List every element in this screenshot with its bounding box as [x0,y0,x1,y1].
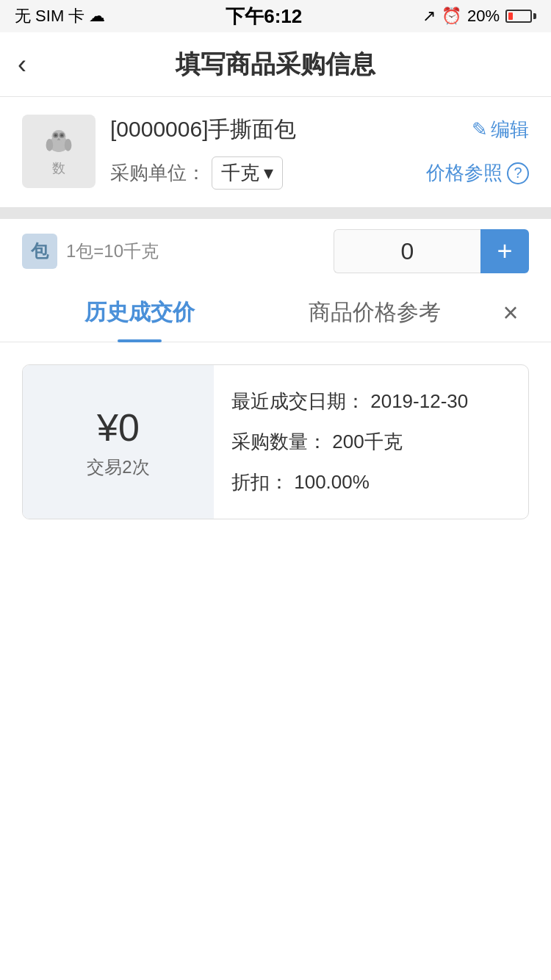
alarm-icon: ⏰ [442,7,461,26]
nav-bar: ‹ 填写商品采购信息 [0,32,551,97]
price-ref-button[interactable]: 价格参照 ? [426,160,529,186]
tabs-row: 历史成交价 商品价格参考 × [0,284,551,342]
back-icon: ‹ [18,49,26,80]
history-trade-count: 交易2次 [87,455,149,479]
edit-button[interactable]: ✎ 编辑 [472,117,529,143]
product-thumb-label: 数 [52,159,65,177]
purchase-qty-row: 采购数量： 200千克 [231,428,511,456]
recent-date-value: 2019-12-30 [370,390,468,412]
recent-date-row: 最近成交日期： 2019-12-30 [231,387,511,416]
unit-label: 采购单位： 千克 ▾ [110,156,283,190]
unit-value: 千克 [221,160,259,186]
purchase-qty-value: 200千克 [332,430,402,453]
location-icon: ↗ [422,7,436,26]
discount-value: 100.00% [294,471,370,493]
discount-label: 折扣： [231,471,289,493]
edit-label: 编辑 [491,117,529,143]
quantity-input[interactable]: 0 [334,229,480,273]
bottom-panel: 历史成交价 商品价格参考 × ¥0 交易2次 最近成交日期： 2019-12-3… [0,284,551,980]
tab-active-indicator [118,339,162,342]
product-name: [0000006]手撕面包 [110,115,296,145]
section-divider [0,207,551,219]
edit-icon: ✎ [472,118,488,141]
battery-percent: 20% [467,7,500,26]
unit-conversion: 1包=10千克 [66,239,159,263]
status-left: 无 SIM 卡 ☁ [15,5,105,27]
status-right: ↗ ⏰ 20% [422,7,536,26]
product-info: [0000006]手撕面包 ✎ 编辑 采购单位： 千克 ▾ 价格参照 ? [110,115,529,190]
quantity-controls: 0 + [334,229,529,273]
discount-row: 折扣： 100.00% [231,468,511,497]
status-bar: 无 SIM 卡 ☁ 下午6:12 ↗ ⏰ 20% [0,0,551,32]
price-ref-label: 价格参照 [426,160,503,186]
svg-point-8 [65,139,72,151]
svg-point-4 [54,134,57,137]
close-button[interactable]: × [492,295,529,331]
tab-price-ref-label: 商品价格参考 [309,298,441,328]
quantity-row: 包 1包=10千克 0 + [0,219,551,284]
product-thumbnail: 数 [22,115,96,188]
dropdown-chevron-icon: ▾ [264,162,273,184]
unit-badge: 包 [22,234,57,269]
product-logo [33,126,84,156]
sim-signal-text: 无 SIM 卡 ☁ [15,5,105,27]
status-time: 下午6:12 [226,4,302,29]
svg-point-7 [46,139,54,151]
unit-info: 包 1包=10千克 [22,234,159,269]
page-content-rest [0,541,551,980]
history-details: 最近成交日期： 2019-12-30 采购数量： 200千克 折扣： 100.0… [214,365,528,519]
product-unit-row: 采购单位： 千克 ▾ 价格参照 ? [110,156,529,190]
product-card: 数 [0000006]手撕面包 ✎ 编辑 采购单位： 千克 ▾ 价格参照 [0,97,551,207]
help-icon: ? [507,162,529,184]
history-price-summary: ¥0 交易2次 [23,365,214,519]
back-button[interactable]: ‹ [18,49,26,80]
purchase-qty-label: 采购数量： [231,430,327,453]
quantity-plus-button[interactable]: + [480,229,529,273]
page-title: 填写商品采购信息 [176,48,375,82]
tab-history-label: 历史成交价 [84,298,195,328]
history-price-value: ¥0 [97,406,140,450]
tab-history-price[interactable]: 历史成交价 [22,284,257,342]
history-card: ¥0 交易2次 最近成交日期： 2019-12-30 采购数量： 200千克 折… [22,364,529,519]
battery-icon [505,10,536,23]
svg-point-5 [60,134,63,137]
tab-price-reference[interactable]: 商品价格参考 [257,284,492,342]
history-section: ¥0 交易2次 最近成交日期： 2019-12-30 采购数量： 200千克 折… [0,342,551,541]
unit-select[interactable]: 千克 ▾ [212,156,283,190]
recent-date-label: 最近成交日期： [231,390,365,412]
product-top-row: [0000006]手撕面包 ✎ 编辑 [110,115,529,145]
